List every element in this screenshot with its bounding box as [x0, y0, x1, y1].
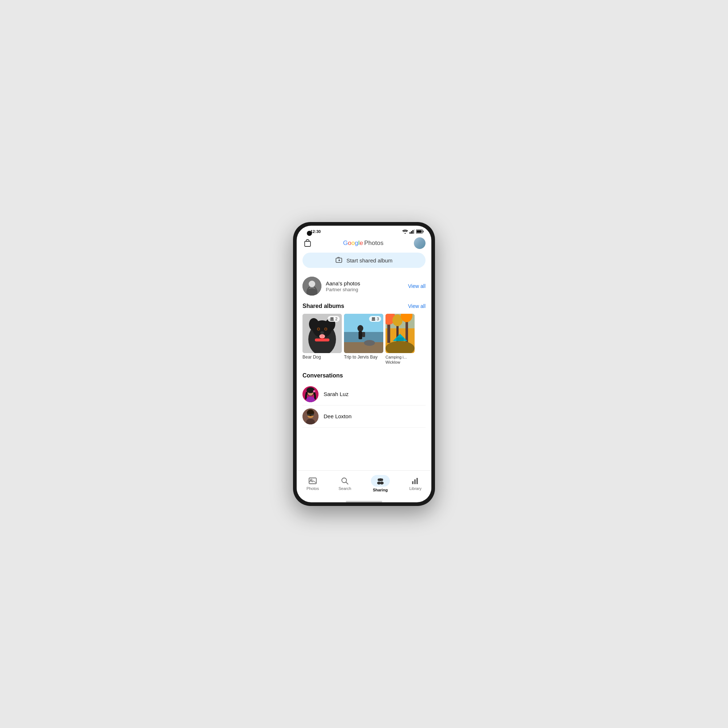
shared-albums-title: Shared albums [303, 303, 344, 309]
start-shared-album-button[interactable]: Start shared album [303, 252, 425, 268]
partner-sharing-section: Aana's photos Partner sharing View all [297, 274, 431, 301]
svg-rect-34 [344, 342, 383, 353]
status-time: 12:30 [310, 229, 321, 234]
svg-point-42 [373, 319, 375, 321]
photos-nav-icon [308, 476, 317, 485]
svg-point-0 [405, 233, 406, 234]
svg-point-58 [313, 390, 315, 392]
search-nav-icon [340, 476, 349, 485]
nav-item-search[interactable]: Search [333, 475, 357, 492]
phone-frame: 12:30 [293, 222, 435, 506]
svg-rect-1 [410, 232, 411, 234]
conversations-title: Conversations [303, 372, 425, 379]
svg-point-75 [379, 478, 382, 481]
status-bar: 12:30 [297, 226, 431, 235]
svg-point-57 [306, 387, 315, 393]
photos-icon [309, 477, 317, 485]
svg-rect-23 [315, 338, 329, 341]
svg-rect-36 [359, 331, 362, 339]
album-label-1: Bear Dog [303, 355, 342, 360]
google-text: Google [343, 240, 363, 247]
signal-icon [410, 229, 414, 234]
svg-rect-6 [423, 231, 424, 232]
sharing-nav-label: Sharing [373, 488, 388, 492]
shared-album-icon [336, 257, 343, 263]
svg-point-35 [358, 325, 363, 332]
nav-item-sharing[interactable]: Sharing [365, 474, 396, 494]
library-nav-label: Library [409, 486, 422, 491]
conversation-dee[interactable]: Dee Loxton [303, 405, 425, 428]
albums-row: 2 Bear Dog [297, 314, 431, 367]
partner-avatar[interactable] [303, 277, 321, 295]
album-label-2: Trip to Jervis Bay [344, 355, 383, 360]
album-badge-1: 2 [327, 316, 340, 322]
svg-rect-53 [396, 337, 404, 341]
dee-avatar [303, 408, 318, 424]
battery-icon [416, 229, 424, 234]
svg-rect-7 [417, 230, 422, 233]
svg-point-30 [332, 319, 334, 321]
members-icon-2 [371, 317, 376, 321]
album-thumb-jervis-bay: 3 [344, 314, 383, 353]
phone-screen: 12:30 [297, 226, 431, 502]
svg-rect-76 [412, 481, 413, 484]
partner-name: Aana's photos [326, 280, 404, 286]
svg-rect-63 [307, 414, 310, 416]
svg-rect-77 [414, 479, 416, 484]
sharing-icon [376, 477, 384, 485]
album-jervis-bay[interactable]: 3 Trip to Jervis Bay [344, 314, 383, 365]
sarah-name: Sarah Luz [324, 391, 348, 397]
sarah-avatar [303, 386, 318, 402]
partner-subtitle: Partner sharing [326, 287, 404, 292]
album-member-count-2: 3 [377, 317, 379, 321]
svg-rect-8 [305, 241, 310, 246]
conversations-section: Conversations [297, 367, 431, 428]
svg-point-74 [380, 482, 384, 485]
albums-view-all-button[interactable]: View all [408, 303, 425, 309]
library-icon [411, 477, 419, 485]
status-icons [402, 229, 424, 234]
svg-rect-78 [416, 478, 418, 484]
svg-point-38 [364, 340, 375, 346]
album-bear-dog[interactable]: 2 Bear Dog [303, 314, 342, 365]
partner-avatar-image [303, 277, 321, 295]
partner-info: Aana's photos Partner sharing [326, 280, 404, 292]
album-thumb-wicklow [385, 314, 414, 353]
svg-point-22 [320, 331, 324, 334]
svg-rect-64 [311, 414, 314, 416]
svg-point-40 [373, 317, 375, 319]
camera-cutout [307, 231, 312, 236]
sarah-avatar-image [303, 386, 318, 402]
bag-icon[interactable] [303, 238, 313, 248]
svg-line-70 [346, 482, 348, 485]
partner-view-all-button[interactable]: View all [408, 283, 425, 289]
app-header: Google Photos [297, 235, 431, 252]
album-member-count-1: 2 [335, 317, 337, 321]
svg-point-21 [325, 328, 327, 330]
shared-album-btn-label: Start shared album [347, 257, 393, 263]
home-indicator [346, 501, 382, 502]
dee-avatar-image [303, 408, 318, 424]
nav-item-library[interactable]: Library [403, 475, 427, 492]
nav-item-photos[interactable]: Photos [301, 475, 325, 492]
album-camping-wicklow[interactable]: Camping i...Wicklow [385, 314, 414, 365]
sharing-nav-icon [376, 476, 385, 485]
dee-name: Dee Loxton [324, 413, 352, 419]
shared-albums-header: Shared albums View all [297, 301, 431, 314]
bottom-nav: Photos Search [297, 470, 431, 499]
avatar-image [414, 237, 425, 249]
album-badge-2: 3 [369, 316, 381, 322]
photos-text: Photos [364, 240, 383, 247]
search-nav-label: Search [338, 486, 351, 491]
svg-point-20 [318, 328, 319, 330]
app-logo: Google Photos [343, 240, 384, 247]
wifi-icon [402, 229, 408, 234]
svg-point-28 [332, 317, 333, 319]
search-icon [341, 477, 349, 485]
conversation-sarah[interactable]: Sarah Luz [303, 383, 425, 405]
sharing-nav-icon-wrap [371, 475, 390, 487]
user-avatar[interactable] [414, 237, 425, 249]
members-icon [330, 317, 334, 321]
album-thumb-bear-dog: 2 [303, 314, 342, 353]
main-content: Start shared album Aana's photos [297, 252, 431, 470]
